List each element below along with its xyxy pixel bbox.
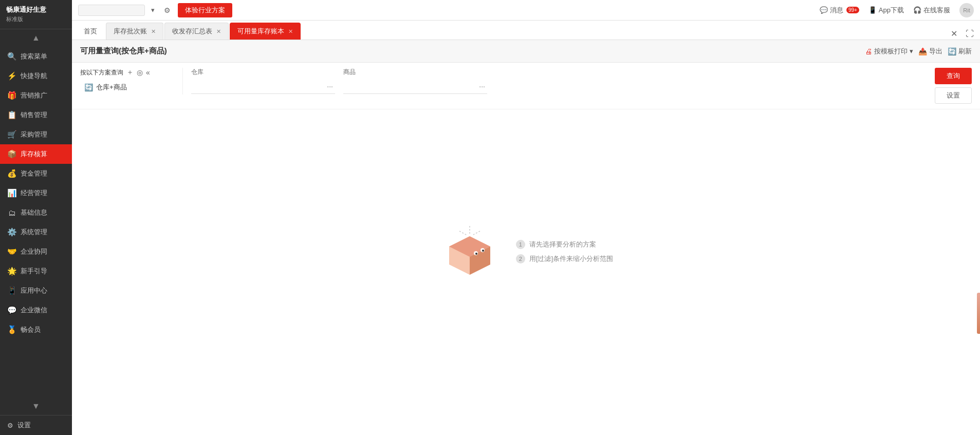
- sidebar-item-label: 营销推广: [21, 91, 47, 100]
- window-close-btn[interactable]: ✕: [949, 28, 959, 40]
- sidebar-item-enterprise[interactable]: 🤝 企业协同: [0, 242, 72, 261]
- online-service-label: 在线客服: [923, 6, 950, 15]
- user-avatar[interactable]: Rit: [959, 3, 974, 17]
- svg-point-5: [475, 253, 477, 255]
- settings-icon: ⚙: [7, 422, 13, 429]
- tab-batch-close[interactable]: ✕: [151, 28, 156, 35]
- tab-batch-label: 库存批次账: [114, 27, 147, 36]
- tab-summary[interactable]: 收发存汇总表 ✕: [164, 23, 229, 40]
- settings-btn[interactable]: 设置: [935, 87, 972, 104]
- svg-point-6: [482, 250, 484, 252]
- sidebar-menu: 🔍 搜索菜单 ⚡ 快捷导航 🎁 营销推广 📋 销售管理 🛒 采购管理 📦 库存核…: [0, 47, 72, 398]
- header-right: 💬 消息 99+ 📱 App下载 🎧 在线客服 Rit: [820, 3, 974, 17]
- app-name: 畅康通好生意: [6, 6, 46, 13]
- filter-right: 仓库 ··· 商品 ···: [191, 68, 927, 94]
- sidebar-item-finance[interactable]: 💰 资金管理: [0, 164, 72, 183]
- product-dots-btn[interactable]: ···: [479, 82, 485, 90]
- warehouse-input[interactable]: [191, 79, 335, 94]
- sidebar-item-app-center[interactable]: 📱 应用中心: [0, 281, 72, 300]
- app-download-btn[interactable]: 📱 App下载: [868, 6, 904, 15]
- scheme-label: 仓库+商品: [96, 83, 127, 92]
- sidebar-item-sales[interactable]: 📋 销售管理: [0, 105, 72, 125]
- box-icon: 📦: [7, 149, 16, 159]
- warehouse-dots-btn[interactable]: ···: [327, 82, 333, 90]
- sidebar-scroll-down[interactable]: ▼: [0, 398, 72, 415]
- scroll-up-btn[interactable]: ▲: [32, 33, 40, 43]
- app-edition: 标准版: [6, 16, 23, 22]
- refresh-icon: 🔄: [948, 47, 956, 55]
- product-input[interactable]: [343, 79, 487, 94]
- sidebar-item-marketing[interactable]: 🎁 营销推广: [0, 86, 72, 105]
- warehouse-field: 仓库 ···: [191, 68, 335, 94]
- scheme-settings-btn[interactable]: ◎: [137, 68, 143, 77]
- scheme-collapse-btn[interactable]: «: [146, 68, 150, 77]
- message-btn[interactable]: 💬 消息 99+: [820, 6, 859, 15]
- sidebar-settings-label: 设置: [17, 421, 31, 430]
- tab-home-label: 首页: [84, 27, 97, 35]
- template-print-btn[interactable]: 🖨 按模板打印 ▾: [865, 47, 913, 56]
- print-chevron-icon: ▾: [910, 47, 913, 55]
- sidebar-item-label: 销售管理: [21, 110, 47, 120]
- product-input-wrap: ···: [343, 79, 487, 94]
- export-label: 导出: [929, 47, 942, 56]
- template-print-label: 按模板打印: [874, 47, 908, 56]
- tab-home[interactable]: 首页: [76, 23, 105, 40]
- query-btn[interactable]: 查询: [935, 68, 972, 84]
- sidebar-item-label: 企业微信: [21, 306, 47, 315]
- empty-tip-1: 1 请先选择要分析的方案: [516, 240, 613, 249]
- sidebar-item-member[interactable]: 🏅 畅会员: [0, 320, 72, 339]
- window-maximize-btn[interactable]: ⛶: [964, 28, 976, 40]
- sidebar-item-operation[interactable]: 📊 经营管理: [0, 183, 72, 203]
- scroll-down-btn[interactable]: ▼: [32, 402, 40, 411]
- online-service-btn[interactable]: 🎧 在线客服: [913, 6, 950, 15]
- sidebar-item-system[interactable]: ⚙️ 系统管理: [0, 222, 72, 242]
- sidebar-scroll-up[interactable]: ▲: [0, 29, 72, 47]
- warehouse-label: 仓库: [191, 68, 335, 77]
- right-edge-indicator: [977, 293, 980, 334]
- header-gear-btn[interactable]: ⚙: [161, 5, 174, 15]
- tip-text-2: 用[过滤]条件来缩小分析范围: [529, 254, 613, 263]
- sidebar-settings[interactable]: ⚙ 设置: [0, 415, 72, 435]
- window-controls: ✕ ⛶: [949, 28, 976, 40]
- tab-summary-close[interactable]: ✕: [216, 28, 221, 35]
- tab-bar: 首页 库存批次账 ✕ 收发存汇总表 ✕ 可用量库存账本 ✕ ✕ ⛶: [72, 21, 980, 40]
- gear-icon: ⚙️: [7, 228, 16, 237]
- sidebar-item-label: 库存核算: [21, 149, 47, 159]
- refresh-btn[interactable]: 🔄 刷新: [948, 47, 972, 56]
- breadcrumb-input[interactable]: [78, 5, 145, 16]
- message-badge: 99+: [846, 7, 859, 13]
- tab-batch[interactable]: 库存批次账 ✕: [106, 23, 163, 40]
- sidebar-item-label: 基础信息: [21, 208, 47, 217]
- industry-btn[interactable]: 体验行业方案: [178, 3, 232, 17]
- sidebar-item-wechat[interactable]: 💬 企业微信: [0, 300, 72, 320]
- medal-icon: 🏅: [7, 325, 16, 334]
- sidebar-item-label: 新手引导: [21, 267, 47, 276]
- app-logo: 畅康通好生意 标准版: [0, 0, 72, 29]
- sidebar-item-basic[interactable]: 🗂 基础信息: [0, 203, 72, 222]
- handshake-icon: 🤝: [7, 247, 16, 256]
- scheme-add-btn[interactable]: ＋: [126, 68, 134, 77]
- empty-state: 1 请先选择要分析的方案 2 用[过滤]条件来缩小分析范围: [72, 109, 980, 435]
- tab-available-close[interactable]: ✕: [288, 28, 293, 35]
- chevron-down-btn[interactable]: ▾: [149, 5, 157, 15]
- filter-left: 按以下方案查询 ＋ ◎ « 🔄 仓库+商品: [80, 68, 183, 94]
- sidebar-item-newbie[interactable]: 🌟 新手引导: [0, 261, 72, 281]
- svg-line-7: [459, 231, 467, 235]
- filter-area: 按以下方案查询 ＋ ◎ « 🔄 仓库+商品 仓库 ···: [72, 63, 980, 109]
- tab-available[interactable]: 可用量库存账本 ✕: [230, 23, 301, 40]
- tip-num-1: 1: [516, 240, 525, 249]
- scheme-title-text: 按以下方案查询: [80, 68, 123, 77]
- star-icon: 🌟: [7, 267, 16, 276]
- sidebar-item-purchase[interactable]: 🛒 采购管理: [0, 125, 72, 144]
- sidebar-item-quick-nav[interactable]: ⚡ 快捷导航: [0, 66, 72, 86]
- sidebar-item-label: 搜索菜单: [21, 52, 47, 61]
- sidebar-item-label: 企业协同: [21, 247, 47, 256]
- clipboard-icon: 📋: [7, 110, 16, 120]
- sidebar-item-inventory[interactable]: 📦 库存核算: [0, 144, 72, 164]
- scheme-warehouse-product[interactable]: 🔄 仓库+商品: [80, 80, 176, 94]
- chart-icon: 📊: [7, 188, 16, 198]
- sidebar-item-search[interactable]: 🔍 搜索菜单: [0, 47, 72, 66]
- sidebar-item-label: 采购管理: [21, 130, 47, 139]
- empty-svg: [439, 221, 501, 282]
- export-btn[interactable]: 📤 导出: [918, 47, 942, 56]
